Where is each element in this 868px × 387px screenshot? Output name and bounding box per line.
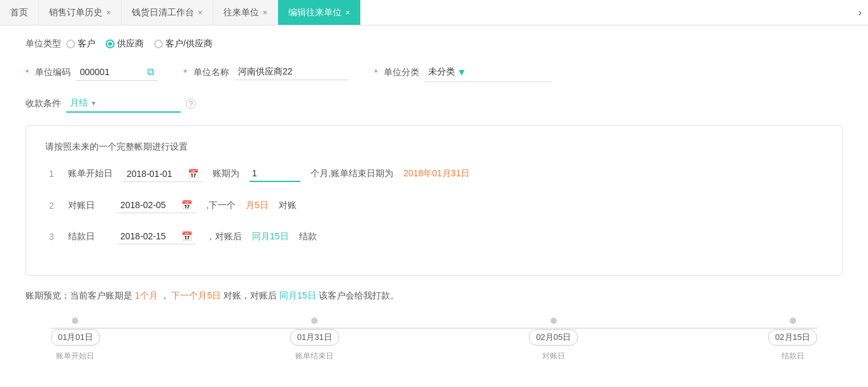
payment-label: 收款条件 [25, 98, 61, 109]
unit-code-input[interactable] [80, 67, 143, 77]
tab-sales-order-label: 销售订单历史 [49, 7, 102, 18]
preview-end: 该客户会给我打款。 [319, 290, 399, 300]
tab-cash-work[interactable]: 钱货日清工作台 × [122, 0, 213, 25]
radio-customer-circle [66, 39, 75, 48]
payment-group: 收款条件 月结 ▾ ? [25, 95, 196, 113]
settle-date-field[interactable]: 📅 [116, 229, 196, 244]
unit-name-group: * 单位名称 河南供应商22 [183, 64, 348, 80]
panel-description: 请按照未来的一个完整帐期进行设置 [45, 141, 823, 153]
recon-date-field[interactable]: 📅 [116, 197, 196, 213]
tab-edit-partner[interactable]: 编辑往来单位 × [278, 0, 361, 25]
unit-category-group: * 单位分类 未分类 ▾ [374, 62, 552, 82]
setting-row-3: 3 结款日 📅 ，对账后 同月15日 结款 [45, 229, 823, 244]
preview-same-month: 同月15日 [279, 290, 316, 300]
settle-suffix-pre: ，对账后 [206, 231, 242, 243]
node-dot-1 [72, 318, 78, 324]
start-date-field[interactable]: 📅 [123, 166, 202, 182]
tab-cash-work-close[interactable]: × [198, 8, 202, 17]
unit-code-label: 单位编码 [35, 67, 71, 78]
timeline-section: 01月01日 账单开始日 01月31日 账单结束日 02月05日 对账日 02月… [25, 318, 843, 387]
preview-next-day: 下一个月5日 [171, 290, 221, 300]
tab-sales-order-close[interactable]: × [106, 8, 111, 17]
settings-panel: 请按照未来的一个完整帐期进行设置 1 账单开始日 📅 账期为 个月,账单结束日期… [25, 125, 843, 276]
period-unit-label: 个月,账单结束日期为 [311, 168, 393, 179]
tab-cash-work-label: 钱货日清工作台 [132, 7, 194, 18]
node-badge-2: 01月31日 [290, 329, 339, 346]
unit-name-required: * [183, 67, 186, 78]
unit-type-row: 单位类型 客户 供应商 客户/供应商 [25, 38, 843, 50]
unit-category-label: 单位分类 [384, 67, 419, 78]
tab-bar: 首页 销售订单历史 × 钱货日清工作台 × 往来单位 × 编辑往来单位 × › [0, 0, 868, 25]
node-sub-1: 账单开始日 [56, 351, 94, 362]
timeline-node-3: 02月05日 对账日 [529, 318, 578, 362]
unit-name-label: 单位名称 [193, 67, 229, 78]
start-date-calendar-icon[interactable]: 📅 [188, 169, 199, 179]
tab-edit-partner-close[interactable]: × [346, 8, 350, 17]
preview-sep1: ， [160, 290, 169, 300]
tab-partner-close[interactable]: × [263, 8, 267, 17]
settle-date-input[interactable] [120, 231, 178, 241]
unit-type-group: 单位类型 客户 供应商 客户/供应商 [25, 38, 213, 50]
recon-date-calendar-icon[interactable]: 📅 [181, 200, 192, 210]
radio-both[interactable]: 客户/供应商 [154, 38, 213, 50]
radio-group: 客户 供应商 客户/供应商 [66, 38, 213, 50]
node-sub-2: 账单结束日 [295, 351, 333, 362]
setting-row-2: 2 对账日 📅 ,下一个 月5日 对账 [45, 197, 823, 213]
period-for-label: 账期为 [213, 168, 239, 179]
payment-select[interactable]: 月结 ▾ [66, 95, 181, 113]
setting-number-1: 1 [45, 169, 58, 179]
radio-both-circle [154, 39, 163, 48]
recon-date-input[interactable] [120, 200, 178, 210]
main-content: 单位类型 客户 供应商 客户/供应商 * 单位编码 [0, 25, 868, 387]
tab-edit-partner-label: 编辑往来单位 [288, 7, 342, 18]
tab-home[interactable]: 首页 [0, 0, 39, 25]
unit-category-required: * [374, 67, 377, 78]
payment-row: 收款条件 月结 ▾ ? [25, 95, 843, 113]
radio-supplier[interactable]: 供应商 [106, 38, 144, 50]
timeline-node-1: 01月01日 账单开始日 [51, 318, 100, 362]
radio-customer-label: 客户 [78, 38, 95, 50]
node-dot-2 [311, 318, 318, 324]
period-end-date: 2018年01月31日 [403, 168, 470, 179]
unit-category-chevron: ▾ [459, 65, 465, 79]
settle-suffix-post: 结款 [299, 231, 317, 243]
period-input[interactable] [249, 165, 300, 182]
node-dot-4 [790, 318, 796, 324]
radio-customer[interactable]: 客户 [66, 38, 95, 50]
unit-name-input[interactable]: 河南供应商22 [234, 64, 349, 80]
node-sub-4: 结款日 [781, 351, 804, 362]
radio-supplier-label: 供应商 [117, 38, 144, 50]
node-dot-3 [550, 318, 557, 324]
help-icon[interactable]: ? [186, 99, 196, 109]
radio-both-label: 客户/供应商 [165, 38, 213, 50]
tab-partner[interactable]: 往来单位 × [213, 0, 278, 25]
preview-period: 1个月 [135, 290, 158, 300]
unit-category-value: 未分类 [428, 66, 455, 78]
setting-label-2: 对账日 [68, 200, 106, 211]
payment-chevron: ▾ [92, 99, 95, 108]
unit-category-select[interactable]: 未分类 ▾ [424, 62, 552, 82]
setting-number-2: 2 [45, 201, 58, 211]
setting-label-1: 账单开始日 [68, 168, 113, 179]
start-date-input[interactable] [127, 169, 184, 179]
recon-month-day: 月5日 [246, 200, 269, 211]
node-sub-3: 对账日 [542, 351, 565, 362]
unit-code-field[interactable]: ⧉ [76, 64, 158, 81]
tab-more-button[interactable]: › [852, 0, 868, 25]
setting-number-3: 3 [45, 232, 58, 242]
tab-partner-label: 往来单位 [223, 7, 259, 18]
recon-suffix-pre: ,下一个 [206, 200, 235, 211]
node-badge-3: 02月05日 [529, 329, 578, 346]
preview-section: 账期预览：当前客户账期是 1个月 ， 下一个月5日 对账，对账后 同月15日 该… [25, 288, 843, 302]
timeline-node-2: 01月31日 账单结束日 [290, 318, 339, 362]
radio-supplier-circle [106, 39, 115, 48]
copy-icon[interactable]: ⧉ [147, 66, 154, 78]
unit-type-label: 单位类型 [25, 38, 61, 50]
tab-sales-order[interactable]: 销售订单历史 × [39, 0, 122, 25]
timeline-node-4: 02月15日 结款日 [768, 318, 817, 362]
settle-date-calendar-icon[interactable]: 📅 [181, 231, 192, 241]
settle-same-month: 同月15日 [252, 231, 289, 243]
unit-code-required: * [25, 67, 29, 78]
node-badge-1: 01月01日 [51, 329, 100, 346]
payment-value: 月结 [70, 97, 88, 109]
